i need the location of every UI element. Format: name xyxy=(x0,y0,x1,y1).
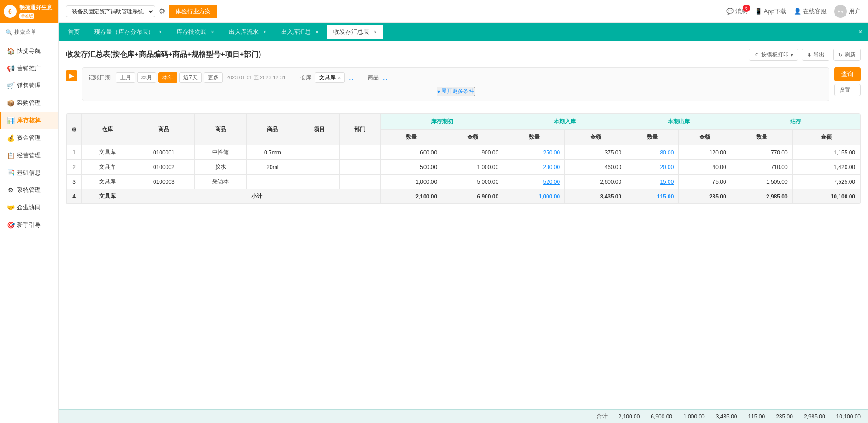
row2-warehouse: 文具库 xyxy=(82,160,133,175)
subtotal-bal-amt: 10,100.00 xyxy=(792,189,860,204)
date-btn-last-month[interactable]: 上月 xyxy=(116,72,135,83)
sidebar: 6 畅捷通好生意 标准版 🔍 搜索菜单 🏠 快捷导航 📢 营销推广 🛒 销售管理… xyxy=(0,0,59,423)
row1-code: 0100001 xyxy=(133,145,194,160)
row2-spec: 20ml xyxy=(246,160,299,175)
subtotal-in-qty[interactable]: 1,000.00 xyxy=(503,189,565,204)
row3-in-qty[interactable]: 520.00 xyxy=(503,175,565,189)
sidebar-item-guide[interactable]: 🎯 新手引导 xyxy=(0,216,58,234)
row2-name: 胶水 xyxy=(194,160,246,175)
tab-inout-flow[interactable]: 出入库流水 × xyxy=(222,25,273,39)
expand-conditions-button[interactable]: ▾ 展开更多条件 xyxy=(437,87,475,96)
sidebar-item-purchase[interactable]: 📦 采购管理 xyxy=(0,94,58,112)
tab-close-stock-dist[interactable]: × xyxy=(159,29,162,35)
row2-in-amt: 460.00 xyxy=(565,160,626,175)
table-row: 1 文具库 0100001 中性笔 0.7mm 600.00 900.00 25… xyxy=(67,145,860,160)
col-bal-amt: 金额 xyxy=(792,130,860,145)
warehouse-tag: 文具库 × xyxy=(315,72,345,83)
row1-project xyxy=(299,145,339,160)
col-open-qty: 数量 xyxy=(381,130,442,145)
expand-more-row: ▾ 展开更多条件 xyxy=(88,87,823,96)
total-out-qty: 115.00 xyxy=(748,413,765,420)
sidebar-item-sales[interactable]: 🛒 销售管理 xyxy=(0,77,58,94)
tab-close-receive-summary[interactable]: × xyxy=(374,29,377,35)
date-btn-this-year[interactable]: 本年 xyxy=(158,72,177,83)
tab-receive-summary[interactable]: 收发存汇总表 × xyxy=(327,25,383,39)
marketing-icon: 📢 xyxy=(7,65,14,72)
page-body: 收发存汇总表(按仓库+商品编码+商品+规格型号+项目+部门) 🖨 按模板打印 ▾… xyxy=(59,41,868,409)
refresh-icon: ↻ xyxy=(838,52,843,58)
filter-collapse-button[interactable]: ▶ xyxy=(66,70,77,81)
refresh-button[interactable]: ↻ 刷新 xyxy=(833,49,861,61)
row2-open-qty: 500.00 xyxy=(381,160,442,175)
sidebar-item-enterprise[interactable]: 🤝 企业协同 xyxy=(0,199,58,216)
date-btn-this-month[interactable]: 本月 xyxy=(137,72,156,83)
app-download-button[interactable]: 📱 App下载 xyxy=(755,7,786,16)
logo-icon: 6 xyxy=(4,5,17,18)
tab-home[interactable]: 首页 xyxy=(61,25,86,39)
guide-icon: 🎯 xyxy=(7,221,14,229)
data-table: ⚙ 仓库 商品 商品 商品 项目 部门 库存期初 本期入库 本期出库 结存 xyxy=(66,113,861,204)
row2-out-qty[interactable]: 20.00 xyxy=(626,160,679,175)
sidebar-item-basic-info[interactable]: 📑 基础信息 xyxy=(0,164,58,181)
row1-out-qty[interactable]: 80.00 xyxy=(626,145,679,160)
sidebar-item-operation[interactable]: 📋 经营管理 xyxy=(0,147,58,164)
tab-inout-summary[interactable]: 出入库汇总 × xyxy=(275,25,325,39)
col-group-in: 本期入库 xyxy=(503,114,626,130)
row3-in-amt: 2,600.00 xyxy=(565,175,626,189)
col-bal-qty: 数量 xyxy=(731,130,792,145)
page-content: 收发存汇总表(按仓库+商品编码+商品+规格型号+项目+部门) 🖨 按模板打印 ▾… xyxy=(59,41,868,409)
search-menu-button[interactable]: 🔍 搜索菜单 xyxy=(4,27,55,38)
tab-close-inout-summary[interactable]: × xyxy=(315,29,319,35)
sidebar-item-quick-nav[interactable]: 🏠 快捷导航 xyxy=(0,42,58,60)
filter-section: 记账日期 上月 本月 本年 近7天 更多 2023-01-01 至 2023-1… xyxy=(82,67,829,108)
row1-dept xyxy=(339,145,380,160)
filter-date-buttons: 上月 本月 本年 近7天 更多 2023-01-01 至 2023-12-31 xyxy=(116,72,286,83)
col-header-project: 项目 xyxy=(299,114,339,145)
tab-close-inout-flow[interactable]: × xyxy=(263,29,266,35)
total-bal-qty: 2,985.00 xyxy=(804,413,825,420)
subtotal-in-amt: 3,435.00 xyxy=(565,189,626,204)
tab-close-batch[interactable]: × xyxy=(211,29,214,35)
subtotal-warehouse: 文具库 xyxy=(82,189,133,204)
inventory-icon: 📊 xyxy=(7,117,14,124)
row2-in-qty[interactable]: 230.00 xyxy=(503,160,565,175)
date-btn-7days[interactable]: 近7天 xyxy=(179,72,202,83)
sidebar-item-finance[interactable]: 💰 资金管理 xyxy=(0,129,58,147)
warehouse-tag-close[interactable]: × xyxy=(337,75,341,81)
query-section: 查询 设置 xyxy=(834,67,861,96)
table-row: 2 文具库 0100002 胶水 20ml 500.00 1,000.00 23… xyxy=(67,160,860,175)
table-row: 3 文具库 0100003 采访本 1,000.00 5,000.00 520.… xyxy=(67,175,860,189)
tab-bar: 首页 现存量（库存分布表） × 库存批次账 × 出入库流水 × 出入库汇总 × … xyxy=(59,23,868,41)
subtotal-out-qty[interactable]: 115.00 xyxy=(626,189,679,204)
close-all-tabs-button[interactable]: × xyxy=(855,28,866,36)
col-header-warehouse: 仓库 xyxy=(82,114,133,145)
sidebar-item-system[interactable]: ⚙ 系统管理 xyxy=(0,181,58,199)
trial-button[interactable]: 体验行业方案 xyxy=(169,5,217,18)
avatar: Ea xyxy=(834,5,847,18)
total-out-amt: 235.00 xyxy=(776,413,793,420)
warehouse-more-button[interactable]: ... xyxy=(348,75,353,81)
tab-batch[interactable]: 库存批次账 × xyxy=(170,25,221,39)
table-settings-icon[interactable]: ⚙ xyxy=(67,114,82,145)
settings-gear-icon[interactable]: ⚙ xyxy=(159,7,165,16)
export-button[interactable]: ⬇ 导出 xyxy=(802,49,829,61)
sidebar-item-marketing[interactable]: 📢 营销推广 xyxy=(0,60,58,77)
page-header: 收发存汇总表(按仓库+商品编码+商品+规格型号+项目+部门) 🖨 按模板打印 ▾… xyxy=(66,49,861,61)
user-menu[interactable]: Ea 用户 xyxy=(834,5,861,18)
print-button[interactable]: 🖨 按模板打印 ▾ xyxy=(749,49,798,61)
tab-stock-dist[interactable]: 现存量（库存分布表） × xyxy=(88,25,168,39)
sidebar-item-inventory[interactable]: 📊 库存核算 xyxy=(0,112,58,129)
topbar-right: 💬 消息 6 📱 App下载 👤 在线客服 Ea 用户 xyxy=(726,5,861,18)
query-button[interactable]: 查询 xyxy=(834,67,861,81)
date-btn-more[interactable]: 更多 xyxy=(204,72,223,83)
online-service-button[interactable]: 👤 在线客服 xyxy=(794,7,827,16)
subtotal-open-amt: 6,900.00 xyxy=(442,189,503,204)
goods-more-button[interactable]: ... xyxy=(382,75,387,81)
subtotal-no: 4 xyxy=(67,189,82,204)
message-button[interactable]: 💬 消息 6 xyxy=(726,7,747,16)
col-group-balance: 结存 xyxy=(731,114,860,130)
settings-button[interactable]: 设置 xyxy=(834,84,861,96)
system-selector[interactable]: 装备及固定资产辅助管理系统 xyxy=(66,5,155,17)
row1-in-qty[interactable]: 250.00 xyxy=(503,145,565,160)
row3-out-qty[interactable]: 15.00 xyxy=(626,175,679,189)
